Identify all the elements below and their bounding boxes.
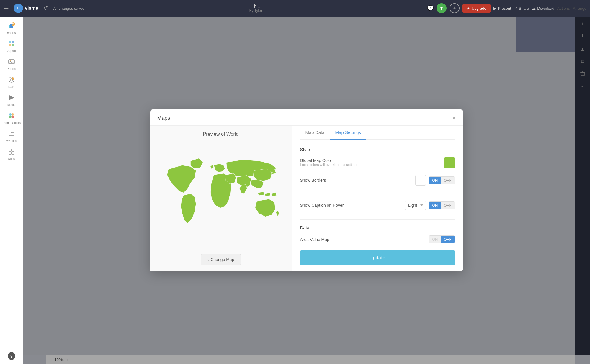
- svg-rect-20: [9, 152, 11, 154]
- modal-close-button[interactable]: ×: [452, 115, 456, 121]
- section-divider-1: [300, 195, 455, 195]
- show-caption-on[interactable]: ON: [429, 202, 441, 209]
- modal-body: Preview of World: [150, 126, 463, 271]
- global-map-color-row: Global Map Color Local colors will overr…: [300, 157, 455, 168]
- upgrade-icon: ★: [467, 6, 470, 11]
- show-caption-controls: Light Dark ON OFF: [405, 201, 455, 210]
- help-icon-container[interactable]: ?: [8, 352, 15, 364]
- add-button[interactable]: +: [450, 3, 460, 13]
- sidebar-item-graphics[interactable]: Graphics: [0, 37, 23, 55]
- area-value-row: Area Value Map ON OFF: [300, 235, 455, 243]
- show-borders-off[interactable]: OFF: [441, 177, 455, 184]
- sidebar-item-apps[interactable]: Apps: [0, 145, 23, 163]
- global-map-color-swatch[interactable]: [444, 157, 455, 168]
- comment-icon[interactable]: 💬: [427, 5, 434, 12]
- svg-rect-6: [12, 41, 14, 43]
- change-map-button[interactable]: ‹ Change Map: [201, 254, 241, 265]
- svg-point-15: [12, 113, 14, 116]
- show-caption-off[interactable]: OFF: [441, 202, 455, 209]
- my-files-label: My Files: [6, 139, 17, 142]
- arrange-label[interactable]: Arrange: [573, 6, 586, 11]
- doc-title: Th...: [87, 4, 424, 9]
- tab-bar: Map Data Map Settings: [300, 126, 455, 140]
- media-icon: [8, 94, 15, 102]
- graphics-label: Graphics: [5, 49, 17, 53]
- preview-label: Preview of World: [203, 132, 239, 137]
- apps-icon: [8, 148, 15, 156]
- sidebar-item-theme-colors[interactable]: Theme Colors: [0, 109, 23, 127]
- sidebar-item-media[interactable]: Media: [0, 91, 23, 109]
- actions-arrange-area: Actions Arrange: [557, 6, 586, 11]
- present-button[interactable]: ▶ Present: [493, 6, 511, 11]
- area-value-label: Area Value Map: [300, 237, 329, 242]
- doc-title-area: Th... By Tyler: [87, 4, 424, 13]
- svg-rect-8: [12, 44, 14, 46]
- svg-point-16: [9, 116, 12, 118]
- svg-point-14: [9, 113, 12, 116]
- play-icon: ▶: [493, 6, 496, 11]
- my-files-icon: [8, 130, 15, 138]
- svg-rect-7: [9, 44, 11, 46]
- upgrade-button[interactable]: ★ Upgrade: [462, 4, 491, 13]
- undo-icon[interactable]: ↺: [43, 5, 48, 12]
- sidebar-item-photos[interactable]: Photos: [0, 55, 23, 73]
- global-map-color-label-area: Global Map Color Local colors will overr…: [300, 158, 357, 167]
- svg-rect-5: [9, 41, 11, 43]
- media-label: Media: [7, 103, 15, 106]
- preview-panel: Preview of World: [150, 126, 292, 271]
- show-caption-label: Show Caption on Hover: [300, 203, 344, 208]
- svg-rect-9: [9, 60, 14, 64]
- sidebar-item-basics[interactable]: Basics: [0, 19, 23, 37]
- svg-rect-3: [10, 24, 13, 28]
- show-borders-label: Show Borders: [300, 178, 326, 183]
- area-value-toggle[interactable]: ON OFF: [429, 235, 455, 243]
- svg-rect-18: [9, 149, 11, 151]
- app-name: visme: [25, 6, 38, 11]
- chevron-left-icon: ‹: [207, 257, 209, 262]
- sidebar-item-data[interactable]: Data: [0, 73, 23, 91]
- hamburger-icon[interactable]: ☰: [4, 5, 9, 12]
- basics-icon: [8, 22, 15, 30]
- style-section-title: Style: [300, 147, 455, 152]
- sidebar-item-my-files[interactable]: My Files: [0, 127, 23, 145]
- maps-modal: Maps × Preview of World: [150, 109, 463, 271]
- saved-status: All changes saved: [53, 6, 84, 11]
- svg-point-1: [17, 7, 18, 9]
- logo-icon: [14, 4, 23, 13]
- settings-panel: Map Data Map Settings Style Global Map C…: [292, 126, 463, 271]
- data-icon: [8, 76, 15, 84]
- area-value-off[interactable]: OFF: [441, 236, 455, 243]
- photos-icon: [8, 58, 15, 66]
- show-borders-controls: ON OFF: [415, 175, 455, 186]
- theme-colors-icon: [8, 112, 15, 120]
- canvas-area: − 100% + + ⧉ ··· Maps ×: [23, 17, 590, 364]
- modal-title: Maps: [157, 115, 170, 121]
- data-label: Data: [8, 85, 14, 88]
- share-button[interactable]: ↗ Share: [514, 6, 529, 11]
- download-button[interactable]: ☁ Download: [532, 6, 554, 11]
- doc-author-line: By Tyler: [87, 9, 424, 13]
- svg-rect-19: [12, 149, 14, 151]
- show-caption-toggle[interactable]: ON OFF: [429, 201, 455, 209]
- section-divider-2: [300, 219, 455, 220]
- toolbar-right: 💬 T + ★ Upgrade ▶ Present ↗ Share ☁ Down…: [427, 3, 586, 13]
- caption-style-select[interactable]: Light Dark: [405, 201, 426, 210]
- global-map-color-sublabel: Local colors will override this setting: [300, 163, 357, 167]
- actions-label[interactable]: Actions: [557, 6, 570, 11]
- basics-label: Basics: [7, 31, 16, 35]
- avatar[interactable]: T: [437, 3, 447, 13]
- show-borders-on[interactable]: ON: [429, 177, 441, 184]
- tab-map-data[interactable]: Map Data: [300, 126, 330, 140]
- border-color-swatch[interactable]: [415, 175, 426, 186]
- svg-point-17: [12, 116, 14, 118]
- help-icon: ?: [8, 352, 15, 360]
- svg-rect-21: [12, 152, 14, 154]
- show-borders-toggle[interactable]: ON OFF: [429, 176, 455, 184]
- graphics-icon: [8, 40, 15, 48]
- show-borders-row: Show Borders ON OFF: [300, 175, 455, 186]
- show-caption-row: Show Caption on Hover Light Dark ON OFF: [300, 201, 455, 210]
- update-button[interactable]: Update: [300, 250, 455, 265]
- tab-map-settings[interactable]: Map Settings: [330, 126, 367, 140]
- area-value-on[interactable]: ON: [429, 236, 441, 243]
- apps-label: Apps: [8, 157, 15, 160]
